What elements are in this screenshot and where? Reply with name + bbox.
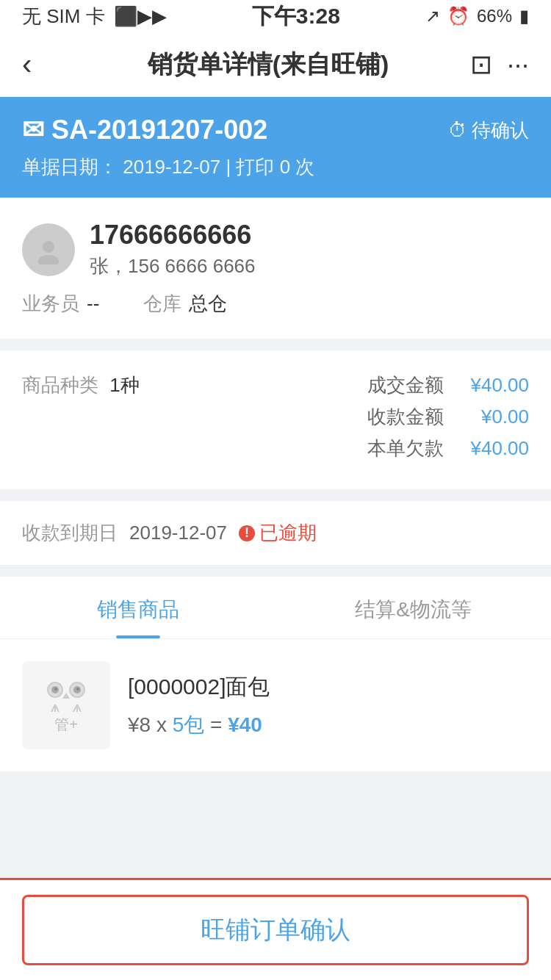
due-date-section: 收款到期日 2019-12-07 ! 已逾期 [0, 501, 551, 565]
order-date-line: 单据日期： 2019-12-07 | 打印 0 次 [22, 154, 529, 180]
product-name: [0000002]面包 [128, 672, 529, 702]
alarm-icon: ⏰ [447, 6, 469, 26]
location-icon: ↗ [425, 6, 440, 26]
status-bar-time: 下午3:28 [252, 1, 340, 32]
order-date-value: 2019-12-07 [123, 156, 220, 178]
receipt-amount-value: ¥0.00 [455, 406, 529, 428]
overdue-icon: ! [239, 525, 255, 541]
salesman-field: 业务员 -- [22, 291, 99, 317]
product-thumbnail: 管+ [22, 661, 110, 749]
svg-point-1 [38, 255, 59, 264]
order-id: ✉ SA-20191207-002 [22, 115, 267, 145]
product-title: 面包 [226, 674, 270, 699]
warehouse-field: 仓库 总仓 [143, 291, 227, 317]
customer-section: 17666666666 张，156 6666 6666 业务员 -- 仓库 总仓 [0, 198, 551, 339]
svg-marker-8 [62, 693, 70, 699]
customer-avatar [22, 223, 75, 276]
owing-value: ¥40.00 [455, 437, 529, 460]
nav-actions: ⊡ ··· [470, 49, 529, 80]
tab-settlement[interactable]: 结算&物流等 [276, 577, 551, 638]
order-print-unit: 次 [295, 156, 314, 178]
order-print-separator: | [226, 156, 236, 178]
amount-summary: 成交金额 ¥40.00 收款金额 ¥0.00 本单欠款 ¥40.00 [367, 372, 529, 467]
svg-point-7 [76, 688, 79, 691]
status-text: 待确认 [472, 118, 529, 143]
salesman-label: 业务员 [22, 291, 79, 317]
product-qty: 5包 [173, 713, 205, 736]
status-bar: 无 SIM 卡 ⬛▶▶ 下午3:28 ↗ ⏰ 66% ▮ [0, 0, 551, 32]
category-value: 1种 [109, 374, 139, 396]
order-print-count: 0 [280, 156, 290, 178]
overdue-badge: ! 已逾期 [239, 520, 317, 546]
svg-point-6 [54, 688, 57, 691]
deal-amount-row: 成交金额 ¥40.00 [367, 372, 529, 398]
sim-label: 无 SIM 卡 [22, 4, 105, 29]
order-id-icon: ✉ [22, 115, 44, 145]
product-category: 商品种类 1种 [22, 372, 140, 398]
nav-bar: ‹ 销货单详情(来自旺铺) ⊡ ··· [0, 32, 551, 97]
category-label: 商品种类 [22, 374, 98, 396]
tab-products[interactable]: 销售商品 [0, 577, 276, 638]
summary-section: 商品种类 1种 成交金额 ¥40.00 收款金额 ¥0.00 本单欠款 ¥40.… [0, 350, 551, 489]
confirm-order-button[interactable]: 旺铺订单确认 [22, 895, 529, 965]
back-button[interactable]: ‹ [22, 48, 66, 81]
owing-amount-row: 本单欠款 ¥40.00 [367, 436, 529, 461]
overdue-text: 已逾期 [259, 520, 317, 546]
status-bar-left: 无 SIM 卡 ⬛▶▶ [22, 4, 167, 29]
order-header: ✉ SA-20191207-002 ⏱ 待确认 单据日期： 2019-12-07… [0, 97, 551, 198]
receipt-amount-row: 收款金额 ¥0.00 [367, 404, 529, 430]
order-date-label: 单据日期： [22, 156, 118, 178]
product-unit-price: ¥8 x [128, 713, 173, 736]
product-details: [0000002]面包 ¥8 x 5包 = ¥40 [128, 672, 529, 739]
wifi-icon: ⬛▶▶ [114, 5, 167, 28]
product-total: ¥40 [228, 713, 262, 736]
tabs-section: 销售商品 结算&物流等 [0, 577, 551, 771]
tabs-header: 销售商品 结算&物流等 [0, 577, 551, 639]
product-equals: = [204, 713, 228, 736]
product-item: 管+ [0000002]面包 ¥8 x 5包 = ¥40 [0, 639, 551, 771]
order-status: ⏱ 待确认 [448, 118, 529, 143]
share-button[interactable]: ⊡ [470, 49, 492, 80]
owing-label: 本单欠款 [367, 436, 444, 461]
warehouse-value: 总仓 [189, 291, 227, 317]
salesman-value: -- [87, 292, 99, 315]
customer-phone: 17666666666 [90, 220, 256, 251]
due-date-label: 收款到期日 [22, 520, 118, 546]
confirm-button-wrapper: 旺铺订单确认 [0, 878, 551, 980]
deal-amount-value: ¥40.00 [455, 374, 529, 397]
battery-label: 66% [477, 6, 512, 26]
page-title: 销货单详情(来自旺铺) [148, 48, 389, 82]
svg-point-0 [43, 241, 54, 253]
order-id-value: SA-20191207-002 [51, 115, 267, 145]
status-icon: ⏱ [448, 119, 467, 142]
status-bar-right: ↗ ⏰ 66% ▮ [425, 6, 529, 26]
due-date-value: 2019-12-07 [129, 522, 227, 544]
order-print-label: 打印 [236, 156, 274, 178]
receipt-amount-label: 收款金额 [367, 404, 444, 430]
product-code: [0000002] [128, 674, 226, 699]
customer-name: 张，156 6666 6666 [90, 253, 256, 279]
warehouse-label: 仓库 [143, 291, 181, 317]
battery-icon: ▮ [519, 6, 529, 26]
more-button[interactable]: ··· [507, 49, 529, 80]
product-price-line: ¥8 x 5包 = ¥40 [128, 711, 529, 739]
deal-amount-label: 成交金额 [367, 372, 444, 398]
